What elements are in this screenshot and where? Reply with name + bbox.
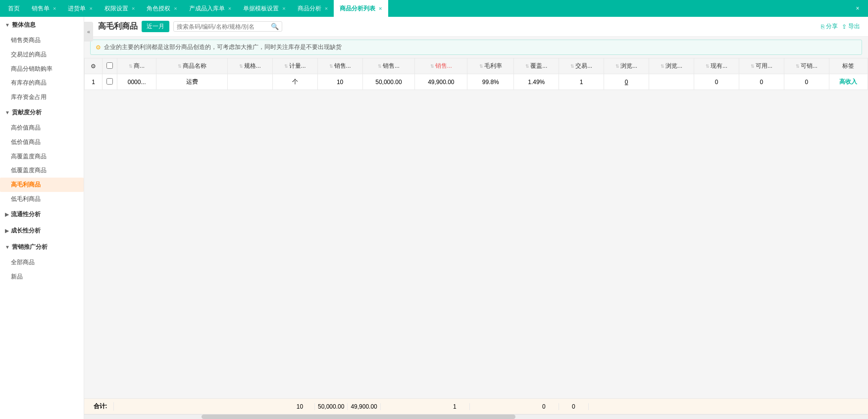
top-navbar: 首页 销售单 × 进货单 × 权限设置 × 角色授权 × 产成品入库单 × 单据… bbox=[0, 0, 868, 17]
footer-total-label: 合计: bbox=[84, 402, 114, 411]
action-buttons: ⎘ 分享 ⇪ 导出 bbox=[821, 22, 860, 31]
footer-transactions: 1 bbox=[440, 403, 470, 410]
col-current[interactable]: ⇅现有... bbox=[694, 58, 739, 74]
sidebar-item-high-coverage[interactable]: 高覆盖度商品 bbox=[0, 149, 84, 164]
nav-sales[interactable]: 销售单 × bbox=[26, 0, 62, 17]
export-button[interactable]: ⇪ 导出 bbox=[842, 22, 860, 31]
cell-code[interactable]: 0000... bbox=[117, 74, 156, 90]
nav-product-analysis-close[interactable]: × bbox=[325, 0, 328, 17]
share-button[interactable]: ⎘ 分享 bbox=[821, 22, 838, 31]
sidebar-collapse-button[interactable]: « bbox=[84, 22, 93, 42]
sort-available-icon: ⇅ bbox=[751, 64, 755, 69]
col-transactions[interactable]: ⇅交易... bbox=[559, 58, 604, 74]
nav-template-settings[interactable]: 单据模板设置 × bbox=[237, 0, 291, 17]
sidebar: ▼ 整体信息 销售类商品 交易过的商品 商品分销助购率 有库存的商品 库存资金占… bbox=[0, 17, 84, 419]
nav-role[interactable]: 角色授权 × bbox=[141, 0, 183, 17]
sidebar-item-stock-capital[interactable]: 库存资金占用 bbox=[0, 90, 84, 104]
sidebar-item-new-goods[interactable]: 新品 bbox=[0, 270, 84, 284]
cell-index: 1 bbox=[85, 74, 102, 90]
main-layout: ▼ 整体信息 销售类商品 交易过的商品 商品分销助购率 有库存的商品 库存资金占… bbox=[0, 17, 868, 419]
table-row: 1 0000... 运费 个 10 50,000.00 49,900.00 99… bbox=[85, 74, 868, 90]
export-icon: ⇪ bbox=[842, 23, 847, 30]
arrow-growth-icon: ▶ bbox=[5, 228, 9, 233]
cell-tag: 高收入 bbox=[829, 74, 868, 90]
col-sales1[interactable]: ⇅销售... bbox=[317, 58, 362, 74]
col-coverage[interactable]: ⇅覆盖... bbox=[514, 58, 559, 74]
col-available[interactable]: ⇅可用... bbox=[739, 58, 784, 74]
sidebar-group-liquidity[interactable]: ▶ 流通性分析 bbox=[0, 206, 84, 223]
sort-unit-icon: ⇅ bbox=[284, 64, 288, 69]
search-wrap: 🔍 bbox=[173, 21, 282, 32]
sidebar-item-high-value[interactable]: 高价值商品 bbox=[0, 121, 84, 135]
nav-sales-close[interactable]: × bbox=[53, 0, 56, 17]
search-icon[interactable]: 🔍 bbox=[271, 23, 279, 30]
cell-transactions: 1 bbox=[559, 74, 604, 90]
window-close-button[interactable]: × bbox=[849, 0, 866, 17]
nav-product-analysis-list[interactable]: 商品分析列表 × bbox=[334, 0, 388, 17]
nav-permission-close[interactable]: × bbox=[132, 0, 135, 17]
cell-browse2 bbox=[649, 74, 694, 90]
col-sellable[interactable]: ⇅可销... bbox=[784, 58, 829, 74]
nav-product-analysis[interactable]: 商品分析 × bbox=[292, 0, 334, 17]
page-title: 高毛利商品 bbox=[98, 21, 138, 32]
col-gross-rate[interactable]: ⇅毛利率 bbox=[467, 58, 514, 74]
cell-browse1[interactable]: 0 bbox=[604, 74, 649, 90]
nav-purchase[interactable]: 进货单 × bbox=[62, 0, 98, 17]
cell-checkbox bbox=[102, 74, 117, 90]
arrow-contribution-icon: ▼ bbox=[5, 110, 10, 115]
footer-sales3: 49,900.00 bbox=[348, 403, 380, 410]
sidebar-group-marketing[interactable]: ▼ 营销推广分析 bbox=[0, 239, 84, 255]
col-name[interactable]: ⇅商品名称 bbox=[156, 58, 228, 74]
sort-name-icon: ⇅ bbox=[178, 64, 182, 69]
sidebar-group-growth[interactable]: ▶ 成长性分析 bbox=[0, 223, 84, 239]
sidebar-item-low-margin[interactable]: 低毛利商品 bbox=[0, 192, 84, 206]
scrollbar-thumb[interactable] bbox=[202, 415, 515, 419]
nav-template-close[interactable]: × bbox=[282, 0, 285, 17]
cell-name[interactable]: 运费 bbox=[156, 74, 228, 90]
col-browse1[interactable]: ⇅浏览... bbox=[604, 58, 649, 74]
sort-current-icon: ⇅ bbox=[706, 64, 710, 69]
footer-sales1: 10 bbox=[285, 403, 315, 410]
content-area: « 高毛利商品 近一月 🔍 ⎘ 分享 ⇪ 导出 ⚙ 企 bbox=[84, 17, 868, 419]
sort-trans-icon: ⇅ bbox=[570, 64, 574, 69]
sidebar-group-contribution[interactable]: ▼ 贡献度分析 bbox=[0, 104, 84, 121]
horizontal-scrollbar[interactable] bbox=[84, 414, 868, 419]
row-checkbox[interactable] bbox=[106, 78, 113, 85]
footer-available: 0 bbox=[559, 403, 589, 410]
col-settings[interactable]: ⚙ bbox=[85, 58, 102, 74]
nav-product-analysis-list-close[interactable]: × bbox=[379, 0, 382, 17]
sidebar-item-sales-goods[interactable]: 销售类商品 bbox=[0, 33, 84, 47]
nav-home[interactable]: 首页 bbox=[2, 0, 26, 17]
nav-product-inbound[interactable]: 产成品入库单 × bbox=[183, 0, 237, 17]
sidebar-item-low-value[interactable]: 低价值商品 bbox=[0, 135, 84, 149]
select-all-checkbox[interactable] bbox=[106, 62, 113, 69]
sidebar-group-overall[interactable]: ▼ 整体信息 bbox=[0, 17, 84, 33]
content-header: 高毛利商品 近一月 🔍 ⎘ 分享 ⇪ 导出 bbox=[84, 17, 868, 37]
cell-coverage: 1.49% bbox=[514, 74, 559, 90]
sidebar-item-in-stock[interactable]: 有库存的商品 bbox=[0, 76, 84, 90]
sidebar-item-all-goods[interactable]: 全部商品 bbox=[0, 255, 84, 270]
nav-role-close[interactable]: × bbox=[174, 0, 177, 17]
sort-browse1-icon: ⇅ bbox=[615, 64, 619, 69]
nav-purchase-close[interactable]: × bbox=[89, 0, 92, 17]
filter-month-button[interactable]: 近一月 bbox=[142, 21, 169, 32]
cell-sales2: 50,000.00 bbox=[362, 74, 415, 90]
col-code[interactable]: ⇅商... bbox=[117, 58, 156, 74]
col-spec[interactable]: ⇅规格... bbox=[227, 58, 272, 74]
arrow-marketing-icon: ▼ bbox=[5, 244, 10, 250]
nav-product-inbound-close[interactable]: × bbox=[228, 0, 231, 17]
col-sales2[interactable]: ⇅销售... bbox=[362, 58, 415, 74]
cell-sellable: 0 bbox=[784, 74, 829, 90]
sidebar-item-low-coverage[interactable]: 低覆盖度商品 bbox=[0, 163, 84, 178]
cell-available: 0 bbox=[739, 74, 784, 90]
sidebar-item-high-margin[interactable]: 高毛利商品 bbox=[0, 178, 84, 192]
col-sales3[interactable]: ⇅销售... bbox=[415, 58, 467, 74]
col-unit[interactable]: ⇅计量... bbox=[272, 58, 317, 74]
col-browse2[interactable]: ⇅浏览... bbox=[649, 58, 694, 74]
footer-sales2: 50,000.00 bbox=[315, 403, 348, 410]
search-input[interactable] bbox=[177, 23, 271, 30]
nav-permission[interactable]: 权限设置 × bbox=[99, 0, 141, 17]
sidebar-item-traded-goods[interactable]: 交易过的商品 bbox=[0, 47, 84, 62]
sidebar-item-distribution-rate[interactable]: 商品分销助购率 bbox=[0, 62, 84, 76]
data-table-wrap[interactable]: ⚙ ⇅商... ⇅商品名称 ⇅规格... ⇅计量... ⇅销售... ⇅销售..… bbox=[84, 58, 868, 398]
